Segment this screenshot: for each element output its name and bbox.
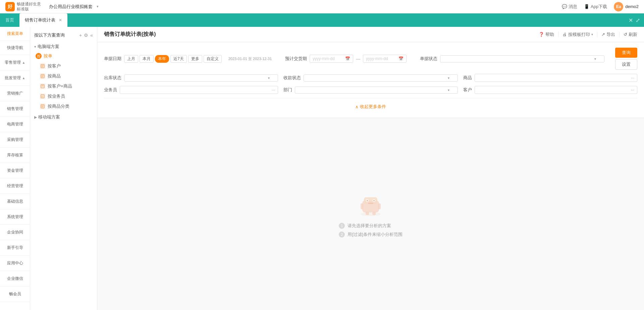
content-area: 按以下方案查询 + ⚙ « ▾ 电脑端方案 按 按单 按客户 <box>30 27 644 310</box>
department-select[interactable]: ▾ <box>295 87 458 94</box>
tab-maximize-button[interactable]: ⤢ <box>636 17 640 23</box>
tab-close-button[interactable]: ✕ <box>629 17 633 23</box>
calendar-icon-to: 📅 <box>398 56 404 61</box>
print-icon: 🖨 <box>562 32 567 37</box>
sidebar-item-marketing[interactable]: 营销推广 <box>0 86 30 101</box>
panel-collapse-button[interactable]: « <box>90 33 93 38</box>
tree-item-by-category[interactable]: 按商品分类 <box>30 101 97 111</box>
refresh-button[interactable]: ↺ 刷新 <box>624 32 637 38</box>
goods-ellipsis-icon[interactable]: ··· <box>631 75 634 80</box>
svg-point-23 <box>367 200 368 201</box>
calendar-icon-from: 📅 <box>345 56 350 61</box>
sidebar: 搜索菜单 快捷导航 零售管理 ▲ 批发管理 ▲ 营销推广 销售管理 电商管理 采… <box>0 27 30 310</box>
out-status-select[interactable]: ▾ <box>124 74 278 82</box>
sidebar-item-newbie[interactable]: 新手引导 <box>0 240 30 256</box>
action-divider-3 <box>619 32 620 37</box>
expected-date-to[interactable]: yyyy-mm-dd 📅 <box>363 55 407 63</box>
message-button[interactable]: 💬 消息 <box>562 4 577 10</box>
user-area[interactable]: Ea demo2 <box>614 2 639 11</box>
collapse-section: ∧ 收起更多条件 <box>104 98 637 112</box>
user-avatar: Ea <box>614 2 623 11</box>
payment-status-select[interactable]: ▾ <box>304 74 458 82</box>
tree-section-pc[interactable]: ▾ 电脑端方案 <box>30 42 97 51</box>
page-title: 销售订单统计表(按单) <box>104 31 156 38</box>
bill-status-label: 单据状态 <box>420 56 437 62</box>
query-button[interactable]: 查询 <box>615 48 637 58</box>
filter-area: 单据日期 上月 本月 本年 近7天 更多 自定义 2023-01-01 至 20… <box>97 42 644 118</box>
date-label: 单据日期 <box>104 56 121 62</box>
tab-sales-order-stats[interactable]: 销售订单统计表 ✕ <box>19 13 67 27</box>
app-download-button[interactable]: 📱 App下载 <box>584 4 607 10</box>
svg-rect-12 <box>42 96 42 97</box>
tab-home[interactable]: 首页 <box>0 13 19 27</box>
action-divider-1 <box>558 32 558 37</box>
out-status-dropdown-icon: ▾ <box>268 76 270 80</box>
wholesale-arrow-icon: ▲ <box>22 76 25 80</box>
panel-add-button[interactable]: + <box>79 33 82 38</box>
sidebar-search-menu[interactable]: 搜索菜单 <box>0 27 30 41</box>
sidebar-item-enterprise[interactable]: 企业协同 <box>0 225 30 240</box>
tree-item-by-salesperson[interactable]: 按业务员 <box>30 91 97 101</box>
tree-item-by-product[interactable]: 按商品 <box>30 71 97 81</box>
sidebar-item-membership[interactable]: 畅会员 <box>0 287 30 302</box>
svg-rect-27 <box>378 203 381 209</box>
hint-2-number: 2 <box>339 231 345 238</box>
svg-rect-29 <box>372 212 376 215</box>
bill-status-select[interactable]: ▾ <box>440 55 604 62</box>
panel-header: 按以下方案查询 + ⚙ « <box>30 31 97 40</box>
salesperson-label: 业务员 <box>104 87 117 93</box>
logo-icon: 好 <box>5 2 15 11</box>
panel-settings-button[interactable]: ⚙ <box>84 33 88 38</box>
sidebar-item-system[interactable]: 系统管理 <box>0 209 30 225</box>
sidebar-item-sales[interactable]: 销售管理 <box>0 101 30 117</box>
goods-input[interactable]: ··· <box>475 74 637 82</box>
hint-1-text: 请先选择要分析的方案 <box>347 223 391 229</box>
sidebar-item-app-center[interactable]: 应用中心 <box>0 256 30 271</box>
help-button[interactable]: ❓ 帮助 <box>539 32 554 38</box>
sidebar-item-ecommerce[interactable]: 电商管理 <box>0 117 30 132</box>
sidebar-item-wechat[interactable]: 企业微信 <box>0 271 30 287</box>
sidebar-item-basic[interactable]: 基础信息 <box>0 194 30 209</box>
top-bar: 好 畅捷通好生意 标准版 办公用品行业模拟账套 ▾ 💬 消息 📱 App下载 E… <box>0 0 644 13</box>
filter-row-1: 单据日期 上月 本月 本年 近7天 更多 自定义 2023-01-01 至 20… <box>104 48 637 70</box>
sidebar-item-purchase[interactable]: 采购管理 <box>0 132 30 148</box>
sidebar-quick-nav[interactable]: 快捷导航 <box>0 41 30 55</box>
empty-state: 1 请先选择要分析的方案 2 用[过滤]条件来缩小分析范围 <box>97 118 644 310</box>
date-btn-custom[interactable]: 自定义 <box>204 55 222 63</box>
date-btn-this-month[interactable]: 本月 <box>140 55 154 63</box>
sidebar-item-wholesale[interactable]: 批发管理 ▲ <box>0 70 30 86</box>
date-btn-7days[interactable]: 近7天 <box>170 55 187 63</box>
hint-1-number: 1 <box>339 223 345 229</box>
date-separator: — <box>356 56 360 61</box>
settings-button[interactable]: 设置 <box>615 59 637 70</box>
collapse-button[interactable]: ∧ 收起更多条件 <box>104 101 637 112</box>
by-customer-icon <box>40 63 46 69</box>
tab-close-icon[interactable]: ✕ <box>59 18 62 22</box>
expected-date-from[interactable]: yyyy-mm-dd 📅 <box>310 55 353 63</box>
salesperson-ellipsis-icon[interactable]: ··· <box>272 88 275 92</box>
print-dropdown-icon[interactable]: ▾ <box>591 33 593 36</box>
customer-ellipsis-icon[interactable]: ··· <box>631 88 634 92</box>
date-btn-this-year[interactable]: 本年 <box>155 55 169 63</box>
user-name[interactable]: demo2 <box>625 4 639 9</box>
export-button[interactable]: ↗ 导出 <box>601 32 615 38</box>
tree-item-by-customer-product[interactable]: 按客户+商品 <box>30 81 97 91</box>
sidebar-item-retail[interactable]: 零售管理 ▲ <box>0 55 30 70</box>
goods-label: 商品 <box>463 75 472 81</box>
sidebar-item-inventory[interactable]: 库存核算 <box>0 148 30 163</box>
sidebar-item-operations[interactable]: 经营管理 <box>0 178 30 194</box>
date-btn-more[interactable]: 更多 <box>188 55 202 63</box>
filter-row-3: 业务员 ··· 部门 ▾ 客户 <box>104 86 637 94</box>
svg-rect-26 <box>361 203 363 209</box>
app-title-dropdown[interactable]: ▾ <box>97 4 99 9</box>
print-button[interactable]: 🖨 按模板打印 ▾ <box>562 32 593 38</box>
sidebar-item-finance[interactable]: 资金管理 <box>0 163 30 178</box>
salesperson-input[interactable]: ··· <box>120 86 278 94</box>
tree-section-mobile[interactable]: ▶ 移动端方案 <box>30 113 97 121</box>
tree-item-by-order[interactable]: 按 按单 <box>30 51 97 61</box>
payment-status-dropdown-icon: ▾ <box>448 76 449 80</box>
action-buttons: 查询 设置 <box>615 48 637 70</box>
tree-item-by-customer[interactable]: 按客户 <box>30 61 97 71</box>
date-btn-last-month[interactable]: 上月 <box>124 55 138 63</box>
customer-input[interactable]: ··· <box>475 86 637 94</box>
